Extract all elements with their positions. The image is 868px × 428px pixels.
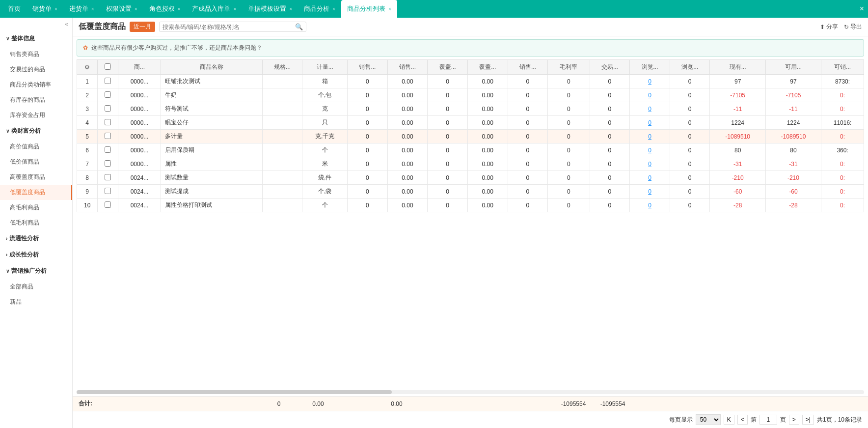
sidebar-item-capital[interactable]: 库存资金占用: [0, 108, 72, 123]
search-input[interactable]: [163, 24, 295, 30]
nav-tab-role[interactable]: 角色授权 ×: [143, 0, 187, 18]
cell-available: -11: [765, 102, 821, 116]
cell-checkbox[interactable]: [98, 102, 118, 116]
search-icon[interactable]: 🔍: [295, 23, 303, 30]
cell-browse1[interactable]: 0: [630, 185, 670, 199]
cell-browse1[interactable]: 0: [630, 116, 670, 130]
cell-browse1[interactable]: 0: [630, 75, 670, 88]
per-page-select[interactable]: 50 10 20 100: [696, 414, 721, 425]
nav-tab-sales[interactable]: 销货单 ×: [27, 0, 63, 18]
th-sales-qty: 销售...: [348, 60, 388, 75]
select-all-checkbox[interactable]: [105, 63, 111, 70]
sidebar-collapse-button[interactable]: «: [0, 18, 72, 30]
sidebar-item-high-value[interactable]: 高价值商品: [0, 139, 72, 154]
close-icon[interactable]: ×: [135, 6, 137, 12]
sidebar-section-overall[interactable]: ∨ 整体信息: [0, 30, 72, 47]
export-button[interactable]: ↻ 导出: [844, 23, 862, 31]
share-button[interactable]: ⬆ 分享: [820, 23, 838, 31]
cell-checkbox[interactable]: [98, 157, 118, 171]
sidebar-item-low-profit[interactable]: 低毛利商品: [0, 215, 72, 230]
cell-checkbox[interactable]: [98, 143, 118, 157]
sidebar-item-high-coverage[interactable]: 高覆盖度商品: [0, 170, 72, 185]
table-row: 3 0000... 符号测试 克 0 0.00 0 0.00 0 0 0 0 0…: [77, 102, 864, 116]
close-icon[interactable]: ×: [332, 6, 335, 12]
close-all-button[interactable]: ×: [860, 4, 864, 13]
cell-gross-rate: 0: [548, 102, 590, 116]
cell-checkbox[interactable]: [98, 88, 118, 102]
cell-browse2: 0: [670, 199, 710, 212]
nav-tab-permission[interactable]: 权限设置 ×: [100, 0, 143, 18]
close-icon[interactable]: ×: [233, 6, 236, 12]
close-icon[interactable]: ×: [91, 6, 94, 12]
cell-no: 9: [77, 185, 98, 199]
cell-browse1[interactable]: 0: [630, 130, 670, 143]
cell-sales3: 0: [508, 102, 548, 116]
th-sales-amt: 销售...: [387, 60, 428, 75]
scrollbar-thumb[interactable]: [77, 390, 392, 394]
close-icon[interactable]: ×: [388, 6, 391, 12]
th-code: 商...: [118, 60, 161, 75]
sidebar-item-low-coverage[interactable]: 低覆盖度商品: [0, 185, 72, 200]
chevron-right-icon: ›: [6, 236, 7, 241]
cell-browse1[interactable]: 0: [630, 199, 670, 212]
cell-gross-rate: 0: [548, 116, 590, 130]
cell-current: -11: [710, 102, 765, 116]
cell-cover2: 0.00: [467, 199, 508, 212]
th-settings[interactable]: ⚙: [77, 60, 98, 75]
horizontal-scrollbar[interactable]: [77, 390, 864, 394]
prev-page-button[interactable]: <: [737, 415, 748, 425]
footer-total: 合计: 0 0.00 0.00 -1095554 -1095554: [73, 396, 868, 411]
cell-checkbox[interactable]: [98, 199, 118, 212]
sidebar-item-traded-goods[interactable]: 交易过的商品: [0, 62, 72, 77]
sidebar-item-low-value[interactable]: 低价值商品: [0, 154, 72, 170]
cell-checkbox[interactable]: [98, 171, 118, 185]
sidebar-section-wealth[interactable]: ∨ 类财富分析: [0, 123, 72, 139]
cell-browse1[interactable]: 0: [630, 143, 670, 157]
cell-sales3: 0: [508, 199, 548, 212]
last-page-button[interactable]: >|: [802, 415, 814, 425]
cell-checkbox[interactable]: [98, 185, 118, 199]
cell-browse1[interactable]: 0: [630, 102, 670, 116]
nav-tab-product-warehouse[interactable]: 产成品入库单 ×: [186, 0, 242, 18]
cell-browse1[interactable]: 0: [630, 88, 670, 102]
nav-tab-purchase[interactable]: 进货单 ×: [63, 0, 100, 18]
sidebar-item-new-goods[interactable]: 新品: [0, 294, 72, 310]
cell-checkbox[interactable]: [98, 130, 118, 143]
cell-no: 1: [77, 75, 98, 88]
total-sales-amt: 0.00: [298, 400, 338, 407]
sidebar-item-stock-goods[interactable]: 有库存的商品: [0, 92, 72, 108]
total-current: -1095554: [554, 400, 593, 407]
close-icon[interactable]: ×: [289, 6, 292, 12]
nav-tab-analysis-list[interactable]: 商品分析列表 ×: [341, 0, 397, 18]
cell-checkbox[interactable]: [98, 75, 118, 88]
close-icon[interactable]: ×: [54, 6, 57, 12]
cell-browse1[interactable]: 0: [630, 157, 670, 171]
cell-browse1[interactable]: 0: [630, 171, 670, 185]
sidebar-item-category-rate[interactable]: 商品分类动销率: [0, 77, 72, 92]
cell-no: 6: [77, 143, 98, 157]
cell-code: 0024...: [118, 185, 161, 199]
next-page-button[interactable]: >: [789, 415, 799, 425]
sidebar-section-liquidity[interactable]: › 流通性分析: [0, 230, 72, 247]
close-icon[interactable]: ×: [178, 6, 181, 12]
cell-sales-qty: 0: [348, 116, 388, 130]
cell-code: 0000...: [118, 102, 161, 116]
cell-sales-amt: 0.00: [387, 185, 428, 199]
settings-icon[interactable]: ⚙: [84, 64, 90, 71]
nav-tab-template[interactable]: 单据模板设置 ×: [242, 0, 298, 18]
table-body: 1 0000... 旺铺批次测试 箱 0 0.00 0 0.00 0 0 0 0…: [77, 75, 864, 212]
sidebar-item-high-profit[interactable]: 高毛利商品: [0, 200, 72, 215]
first-page-button[interactable]: K: [724, 415, 734, 425]
page-number-input[interactable]: [760, 415, 777, 425]
cell-available: -60: [765, 185, 821, 199]
nav-tab-home[interactable]: 首页: [2, 0, 27, 18]
sidebar-item-all-goods[interactable]: 全部商品: [0, 279, 72, 294]
cell-checkbox[interactable]: [98, 116, 118, 130]
cell-sales3: 0: [508, 75, 548, 88]
sidebar-section-growth[interactable]: › 成长性分析: [0, 247, 72, 263]
period-button[interactable]: 近一月: [130, 22, 155, 32]
sidebar-section-marketing[interactable]: ∨ 营销推广分析: [0, 263, 72, 279]
sidebar-item-sales-goods[interactable]: 销售类商品: [0, 47, 72, 62]
cell-cover1: 0: [428, 88, 468, 102]
nav-tab-analysis[interactable]: 商品分析 ×: [298, 0, 341, 18]
